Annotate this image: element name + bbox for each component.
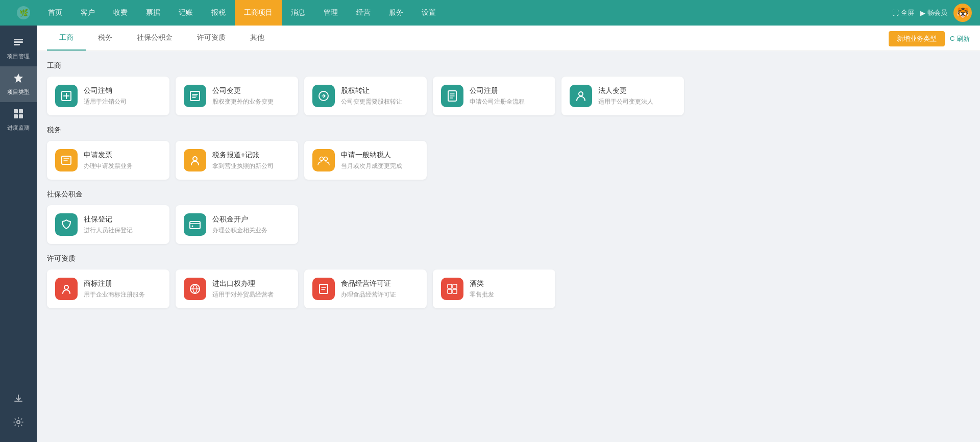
sidebar-label-project-manage: 项目管理 (7, 53, 30, 60)
shuiwu-cards: 申请发票 办理申请发票业务 税务报道+记账 (47, 141, 970, 180)
food-license-text: 食品经营许可证 办理食品经营许可证 (341, 279, 419, 299)
card-trademark[interactable]: 商标注册 用于企业商标注册服务 (47, 269, 169, 308)
sidebar-download-btn[interactable] (0, 387, 37, 410)
avatar[interactable]: 🐯 (953, 4, 972, 22)
company-change-text: 公司变更 股权变更外的业务变更 (212, 86, 290, 106)
svg-rect-20 (190, 222, 200, 229)
tab-shuiwu[interactable]: 税务 (86, 26, 125, 51)
nav-invoice[interactable]: 票据 (137, 0, 169, 26)
svg-point-21 (192, 226, 193, 227)
sidebar-settings-btn[interactable] (0, 410, 37, 434)
fullscreen-btn[interactable]: ⛶ 全屏 (892, 8, 914, 17)
trademark-text: 商标注册 用于企业商标注册服务 (84, 279, 161, 299)
fullscreen-label: 全屏 (901, 8, 914, 17)
tax-report-text: 税务报道+记账 拿到营业执照的新公司 (212, 151, 290, 170)
legal-change-icon (570, 85, 592, 107)
alcohol-icon (441, 278, 463, 300)
card-company-cancel[interactable]: 公司注销 适用于注销公司 (47, 77, 169, 115)
project-type-icon (13, 72, 24, 86)
card-company-register[interactable]: 公司注册 申请公司注册全流程 (433, 77, 555, 115)
vip-btn[interactable]: ▶ 畅会员 (920, 8, 947, 17)
svg-point-19 (324, 157, 328, 161)
nav-settings[interactable]: 设置 (412, 0, 445, 26)
nav-message[interactable]: 消息 (282, 0, 314, 26)
section-xuke: 许可资质 商标注册 用于企业商标注册服务 (47, 254, 970, 308)
card-company-change[interactable]: 公司变更 股权变更外的业务变更 (176, 77, 298, 115)
svg-rect-8 (14, 114, 18, 118)
card-alcohol[interactable]: 酒类 零售批发 (433, 269, 555, 308)
svg-rect-24 (320, 284, 328, 293)
import-export-desc: 适用于对外贸易经营者 (212, 290, 290, 299)
tab-gongshang[interactable]: 工商 (47, 26, 86, 51)
tab-shebao[interactable]: 社保公积金 (125, 26, 185, 51)
card-equity-transfer[interactable]: 股权转让 公司变更需要股权转让 (304, 77, 427, 115)
card-tax-report[interactable]: 税务报道+记账 拿到营业执照的新公司 (176, 141, 298, 180)
company-cancel-icon (55, 85, 78, 107)
sidebar-item-progress[interactable]: 进度监测 (0, 102, 37, 138)
sidebar-item-project-type[interactable]: 项目类型 (0, 66, 37, 102)
company-register-desc: 申请公司注册全流程 (470, 97, 547, 106)
social-register-name: 社保登记 (84, 215, 161, 224)
refresh-button[interactable]: C 刷新 (950, 34, 970, 43)
svg-rect-3 (14, 41, 23, 43)
company-register-icon (441, 85, 463, 107)
vip-icon: ▶ (920, 9, 925, 17)
equity-transfer-name: 股权转让 (341, 86, 419, 95)
nav-accounting[interactable]: 记账 (169, 0, 202, 26)
svg-rect-6 (14, 109, 18, 113)
legal-change-desc: 适用于公司变更法人 (598, 97, 676, 106)
general-taxpayer-name: 申请一般纳税人 (341, 151, 419, 160)
card-legal-change[interactable]: 法人变更 适用于公司变更法人 (561, 77, 684, 115)
card-general-taxpayer[interactable]: 申请一般纳税人 当月或次月成变更完成 (304, 141, 427, 180)
card-fund-open[interactable]: 公积金开户 办理公积金相关业务 (176, 205, 298, 244)
company-change-desc: 股权变更外的业务变更 (212, 97, 290, 106)
svg-rect-26 (453, 284, 457, 288)
tab-xuke[interactable]: 许可资质 (185, 26, 238, 51)
scroll-content[interactable]: 工商 公司注销 适用于注销公司 (37, 51, 980, 442)
general-taxpayer-icon (312, 149, 335, 171)
nav-operation[interactable]: 经营 (347, 0, 380, 26)
equity-transfer-text: 股权转让 公司变更需要股权转让 (341, 86, 419, 106)
section-shebao: 社保公积金 社保登记 进行人员社保登记 (47, 190, 970, 244)
trademark-icon (55, 278, 78, 300)
nav-bizproject[interactable]: 工商项目 (235, 0, 282, 26)
fund-open-desc: 办理公积金相关业务 (212, 226, 290, 235)
section-gongshang: 工商 公司注销 适用于注销公司 (47, 61, 970, 115)
nav-service[interactable]: 服务 (380, 0, 412, 26)
svg-rect-4 (14, 44, 20, 45)
trademark-desc: 用于企业商标注册服务 (84, 290, 161, 299)
trademark-name: 商标注册 (84, 279, 161, 288)
import-export-name: 进出口权办理 (212, 279, 290, 288)
svg-rect-9 (19, 114, 23, 118)
xuke-cards: 商标注册 用于企业商标注册服务 进出口权办理 (47, 269, 970, 308)
nav-home[interactable]: 首页 (39, 0, 71, 26)
app-logo: 🌿 (8, 0, 39, 26)
sidebar-label-project-type: 项目类型 (7, 88, 30, 96)
svg-point-22 (64, 285, 68, 289)
card-food-license[interactable]: 食品经营许可证 办理食品经营许可证 (304, 269, 427, 308)
svg-rect-7 (19, 109, 23, 113)
equity-transfer-desc: 公司变更需要股权转让 (341, 97, 419, 106)
svg-point-17 (193, 157, 197, 161)
shebao-cards: 社保登记 进行人员社保登记 公积 (47, 205, 970, 244)
svg-point-18 (320, 157, 324, 161)
legal-change-text: 法人变更 适用于公司变更法人 (598, 86, 676, 106)
project-manage-icon (13, 37, 24, 51)
company-register-name: 公司注册 (470, 86, 547, 95)
social-register-desc: 进行人员社保登记 (84, 226, 161, 235)
nav-right: ⛶ 全屏 ▶ 畅会员 🐯 (892, 4, 972, 22)
import-export-icon (184, 278, 206, 300)
card-social-register[interactable]: 社保登记 进行人员社保登记 (47, 205, 169, 244)
add-type-button[interactable]: 新增业务类型 (889, 31, 945, 46)
food-license-desc: 办理食品经营许可证 (341, 290, 419, 299)
nav-fee[interactable]: 收费 (104, 0, 137, 26)
nav-customer[interactable]: 客户 (71, 0, 104, 26)
tab-other[interactable]: 其他 (238, 26, 277, 51)
tab-bar: 工商 税务 社保公积金 许可资质 其他 新增业务类型 C 刷新 (37, 26, 980, 51)
card-import-export[interactable]: 进出口权办理 适用于对外贸易经营者 (176, 269, 298, 308)
svg-text:🌿: 🌿 (19, 9, 29, 17)
nav-manage[interactable]: 管理 (314, 0, 347, 26)
card-apply-invoice[interactable]: 申请发票 办理申请发票业务 (47, 141, 169, 180)
sidebar-item-project-manage[interactable]: 项目管理 (0, 31, 37, 66)
nav-tax[interactable]: 报税 (202, 0, 235, 26)
